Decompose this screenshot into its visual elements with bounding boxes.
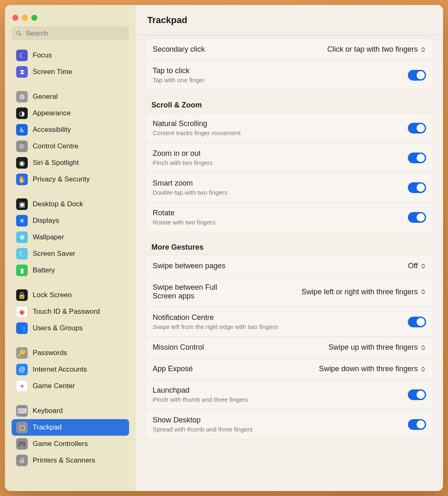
zoom-label: Zoom in or out bbox=[153, 149, 213, 158]
sidebar-item-lock-screen[interactable]: 🔒Lock Screen bbox=[12, 287, 129, 303]
swipe-pages-popup[interactable]: Off bbox=[408, 262, 426, 270]
sidebar-item-screen-saver[interactable]: ☾Screen Saver bbox=[12, 246, 129, 262]
mission-control-popup[interactable]: Swipe up with three fingers bbox=[328, 343, 426, 352]
sidebar-item-screen-time-icon: ⧗ bbox=[16, 66, 28, 78]
smart-zoom-label: Smart zoom bbox=[153, 179, 228, 188]
close-window-button[interactable] bbox=[12, 15, 18, 21]
sidebar-item-label: Internet Accounts bbox=[33, 365, 87, 374]
sidebar-item-label: Desktop & Dock bbox=[33, 200, 83, 208]
sidebar-item-siri-spotlight[interactable]: ◉Siri & Spotlight bbox=[12, 155, 129, 171]
sidebar-item-label: Displays bbox=[33, 217, 59, 225]
row-mission-control: Mission Control Swipe up with three fing… bbox=[146, 336, 433, 358]
sidebar-item-displays-icon: ☀ bbox=[16, 215, 28, 227]
content-scroll[interactable]: Secondary click Click or tap with two fi… bbox=[136, 35, 443, 491]
row-launchpad: Launchpad Pinch with thumb and three fin… bbox=[146, 379, 433, 409]
page-title: Trackpad bbox=[147, 15, 431, 26]
sidebar-item-touch-id[interactable]: ◉Touch ID & Password bbox=[12, 303, 129, 320]
sidebar-item-label: Screen Time bbox=[33, 68, 72, 76]
sidebar-item-printers-scanners[interactable]: 🖨Printers & Scanners bbox=[12, 452, 129, 469]
swipe-pages-label: Swipe between pages bbox=[153, 262, 225, 270]
tap-to-click-sub: Tap with one finger bbox=[153, 76, 205, 83]
sidebar-item-passwords[interactable]: 🔑Passwords bbox=[12, 345, 129, 361]
search-input[interactable] bbox=[26, 29, 125, 38]
sidebar-item-accessibility[interactable]: ♿︎Accessibility bbox=[12, 122, 129, 138]
row-notification-centre: Notification Centre Swipe left from the … bbox=[146, 307, 433, 336]
sidebar-item-battery[interactable]: ▮Battery bbox=[12, 262, 129, 279]
sidebar-item-trackpad-icon: ▢ bbox=[16, 422, 28, 433]
chevron-updown-icon bbox=[420, 289, 426, 294]
sidebar-item-screen-time[interactable]: ⧗Screen Time bbox=[12, 64, 129, 80]
tap-to-click-toggle[interactable] bbox=[408, 70, 426, 81]
sidebar-item-label: Lock Screen bbox=[33, 291, 72, 299]
sidebar-item-label: Users & Groups bbox=[33, 324, 83, 332]
natural-scrolling-toggle[interactable] bbox=[408, 123, 426, 134]
titlebar: Trackpad bbox=[136, 5, 443, 35]
more-gestures-card: Swipe between pages Off Swipe between Fu… bbox=[146, 255, 433, 439]
svg-line-1 bbox=[20, 34, 22, 36]
sidebar-item-screen-saver-icon: ☾ bbox=[16, 248, 28, 260]
sidebar-item-focus-icon: ☾ bbox=[16, 50, 28, 61]
sidebar-item-focus[interactable]: ☾Focus bbox=[12, 47, 129, 64]
sidebar-item-general[interactable]: ⚙General bbox=[12, 88, 129, 105]
sidebar-item-users-groups-icon: 👥 bbox=[16, 322, 28, 334]
sidebar-item-label: Keyboard bbox=[33, 407, 63, 415]
section-scroll-zoom: Scroll & Zoom bbox=[146, 90, 433, 113]
sidebar-item-keyboard[interactable]: ⌨Keyboard bbox=[12, 403, 129, 419]
launchpad-toggle[interactable] bbox=[408, 389, 426, 400]
minimize-window-button[interactable] bbox=[22, 15, 28, 21]
app-expose-popup[interactable]: Swipe down with three fingers bbox=[319, 365, 426, 373]
sidebar-item-control-centre[interactable]: ⎚Control Centre bbox=[12, 138, 129, 155]
zoom-sub: Pinch with two fingers bbox=[153, 159, 213, 166]
notification-centre-label: Notification Centre bbox=[153, 313, 278, 322]
zoom-toggle[interactable] bbox=[408, 153, 426, 163]
sidebar-item-lock-screen-icon: 🔒 bbox=[16, 289, 28, 301]
sidebar-item-users-groups[interactable]: 👥Users & Groups bbox=[12, 320, 129, 336]
rotate-label: Rotate bbox=[153, 209, 216, 217]
sidebar-item-desktop-dock-icon: ▣ bbox=[16, 198, 28, 210]
sidebar-item-privacy-security[interactable]: ✋Privacy & Security bbox=[12, 171, 129, 188]
row-zoom: Zoom in or out Pinch with two fingers bbox=[146, 143, 433, 172]
sidebar-item-label: Game Center bbox=[33, 382, 75, 390]
smart-zoom-toggle[interactable] bbox=[408, 182, 426, 193]
notification-centre-toggle[interactable] bbox=[408, 317, 426, 327]
sidebar-item-label: Siri & Spotlight bbox=[33, 159, 79, 167]
row-swipe-pages: Swipe between pages Off bbox=[146, 255, 433, 277]
show-desktop-toggle[interactable] bbox=[408, 419, 426, 430]
sidebar-item-appearance-icon: ◑ bbox=[16, 107, 28, 119]
sidebar-item-siri-spotlight-icon: ◉ bbox=[16, 157, 28, 169]
sidebar-item-appearance[interactable]: ◑Appearance bbox=[12, 105, 129, 122]
sidebar-item-displays[interactable]: ☀Displays bbox=[12, 212, 129, 229]
chevron-updown-icon bbox=[420, 367, 426, 372]
swipe-fullscreen-popup[interactable]: Swipe left or right with three fingers bbox=[302, 288, 426, 296]
show-desktop-sub: Spread with thumb and three fingers bbox=[153, 426, 253, 433]
sidebar-item-label: Appearance bbox=[33, 109, 71, 117]
sidebar-item-game-center[interactable]: ✦Game Center bbox=[12, 378, 129, 394]
zoom-window-button[interactable] bbox=[31, 15, 37, 21]
tap-to-click-label: Tap to click bbox=[153, 67, 205, 75]
secondary-click-popup[interactable]: Click or tap with two fingers bbox=[327, 45, 426, 54]
sidebar-item-general-icon: ⚙ bbox=[16, 91, 28, 103]
sidebar-item-label: Screen Saver bbox=[33, 250, 75, 258]
sidebar-item-battery-icon: ▮ bbox=[16, 265, 28, 276]
sidebar-item-game-controllers[interactable]: 🎮Game Controllers bbox=[12, 436, 129, 452]
sidebar-item-internet-accounts[interactable]: @Internet Accounts bbox=[12, 361, 129, 378]
main-pane: Trackpad Secondary click Click or tap wi… bbox=[136, 5, 443, 491]
rotate-sub: Rotate with two fingers bbox=[153, 219, 216, 226]
traffic-lights bbox=[10, 13, 131, 26]
row-secondary-click: Secondary click Click or tap with two fi… bbox=[146, 39, 433, 60]
search-field[interactable] bbox=[12, 26, 129, 41]
sidebar-item-wallpaper[interactable]: ❋Wallpaper bbox=[12, 229, 129, 246]
swipe-fullscreen-value: Swipe left or right with three fingers bbox=[302, 288, 418, 296]
row-swipe-fullscreen: Swipe between Full Screen apps Swipe lef… bbox=[146, 277, 433, 307]
sidebar-item-label: Focus bbox=[33, 51, 52, 60]
sidebar-item-passwords-icon: 🔑 bbox=[16, 347, 28, 359]
sidebar-item-printers-scanners-icon: 🖨 bbox=[16, 455, 28, 466]
launchpad-sub: Pinch with thumb and three fingers bbox=[153, 396, 248, 403]
scroll-zoom-card: Natural Scrolling Content tracks finger … bbox=[146, 113, 433, 232]
rotate-toggle[interactable] bbox=[408, 212, 426, 223]
sidebar-item-label: Privacy & Security bbox=[33, 175, 90, 184]
sidebar-item-touch-id-icon: ◉ bbox=[16, 306, 28, 317]
sidebar-item-label: Accessibility bbox=[33, 126, 71, 134]
sidebar-item-desktop-dock[interactable]: ▣Desktop & Dock bbox=[12, 196, 129, 212]
sidebar-item-trackpad[interactable]: ▢Trackpad bbox=[12, 419, 129, 436]
